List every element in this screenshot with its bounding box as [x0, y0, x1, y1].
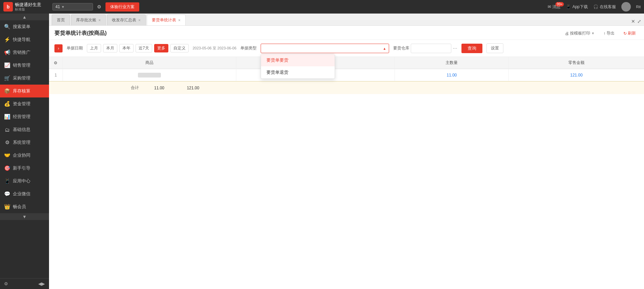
- tab-summary-close[interactable]: ×: [138, 18, 141, 23]
- tab-batch-close[interactable]: ×: [98, 18, 101, 23]
- sidebar-item-appcenter[interactable]: 📱 应用中心: [0, 175, 49, 187]
- row-quantity[interactable]: 11.00: [395, 69, 509, 81]
- tab-batch-label: 库存批次账: [76, 17, 96, 23]
- warehouse-filter: 要货仓库 ···: [393, 44, 457, 53]
- setup-button[interactable]: 设置: [486, 43, 503, 53]
- row-amount[interactable]: 121.00: [509, 69, 644, 81]
- filter-expand-btn[interactable]: ›: [54, 44, 63, 52]
- tab-summary-label: 收发存汇总表: [112, 17, 136, 23]
- table-row: 1 ████████ 块 11.00 121.00: [49, 69, 644, 81]
- date-custom-btn[interactable]: 自定义: [170, 44, 189, 52]
- trial-button[interactable]: 体验行业方案: [105, 2, 139, 12]
- messages-btn[interactable]: ✉ 消息 99+: [548, 4, 560, 10]
- app-name: 畅捷通好生意: [15, 2, 41, 7]
- sidebar-item-basic[interactable]: 🗂 基础信息: [0, 123, 49, 136]
- dropdown-order-label: 要货单要货: [266, 58, 288, 63]
- tab-batch[interactable]: 库存批次账 ×: [71, 15, 106, 25]
- export-btn[interactable]: ↑ 导出: [601, 29, 617, 38]
- sidebar-label-finance: 资金管理: [13, 101, 30, 107]
- sidebar-scroll-down[interactable]: ▼: [0, 213, 49, 220]
- tab-summary[interactable]: 收发存汇总表 ×: [107, 15, 146, 25]
- footer-label: 合计: [53, 85, 139, 91]
- date-last-month-btn[interactable]: 上月: [87, 44, 101, 52]
- tab-home[interactable]: 首页: [52, 15, 70, 25]
- refresh-icon: ↻: [623, 31, 627, 36]
- tab-close-all-icon[interactable]: ✕: [631, 19, 635, 24]
- sidebar-item-guide[interactable]: 🎯 新手引导: [0, 162, 49, 175]
- dropdown-item-return[interactable]: 要货单退货: [261, 66, 335, 79]
- query-button[interactable]: 查询: [461, 44, 482, 53]
- tab-expand-icon[interactable]: ⤢: [637, 19, 641, 24]
- sidebar-item-finance[interactable]: 💰 资金管理: [0, 97, 49, 110]
- logo-icon: b: [3, 2, 13, 12]
- sidebar-label-system: 系统管理: [13, 139, 30, 146]
- service-icon: 🎧: [593, 4, 598, 9]
- type-select-box[interactable]: [261, 44, 389, 53]
- tab-order-stat-close[interactable]: ×: [178, 18, 181, 23]
- print-template-btn[interactable]: 🖨 按模板打印 ▼: [562, 29, 597, 38]
- search-icon: 🔍: [4, 24, 10, 30]
- sidebar-item-member[interactable]: 👑 畅会员: [0, 200, 49, 213]
- settings-icon[interactable]: ⚙: [96, 3, 103, 11]
- refresh-label: 刷新: [628, 30, 636, 36]
- refresh-btn[interactable]: ↻ 刷新: [621, 29, 639, 38]
- footer-quantity: 11.00: [146, 86, 173, 90]
- enterprise-icon: 🤝: [4, 152, 10, 158]
- inventory-icon: 📦: [4, 88, 10, 94]
- date-more-btn[interactable]: 更多: [154, 44, 168, 52]
- logo-area: b 畅捷通好生意 标准版: [3, 2, 52, 12]
- sales-icon: 📈: [4, 62, 10, 68]
- user-avatar[interactable]: [621, 2, 631, 12]
- sidebar-settings-icon[interactable]: ⚙: [4, 281, 8, 286]
- sidebar-label-appcenter: 应用中心: [13, 178, 30, 184]
- logo-text: 畅捷通好生意 标准版: [15, 2, 41, 12]
- app-download-btn[interactable]: 📱 App下载: [566, 4, 588, 10]
- dropdown-item-order[interactable]: 要货单要货: [261, 54, 335, 66]
- online-service-btn[interactable]: 🎧 在线客服: [593, 4, 616, 10]
- date-this-month-btn[interactable]: 本月: [103, 44, 117, 52]
- sidebar-bottom: ⚙ ◀▶: [0, 278, 49, 289]
- type-chevron-up-icon: [383, 46, 386, 51]
- sidebar-item-inventory[interactable]: 📦 库存核算: [0, 85, 49, 97]
- sidebar-item-wechat[interactable]: 💬 企业微信: [0, 187, 49, 200]
- sidebar-scroll-up[interactable]: ▲: [0, 14, 49, 20]
- row-number: 1: [49, 69, 63, 81]
- system-icon: ⚙: [4, 139, 10, 146]
- company-selector[interactable]: 41 ▼: [52, 3, 93, 10]
- warehouse-label: 要货仓库: [393, 45, 409, 51]
- export-icon: ↑: [603, 31, 605, 36]
- sidebar-label-quicknav: 快捷导航: [13, 37, 30, 43]
- sidebar-item-purchase[interactable]: 🛒 采购管理: [0, 72, 49, 85]
- sidebar-collapse-icon[interactable]: ◀▶: [38, 281, 45, 286]
- top-header: b 畅捷通好生意 标准版 41 ▼ ⚙ 体验行业方案 ✉ 消息 99+ 📱 Ap…: [0, 0, 644, 14]
- sidebar-item-marketing[interactable]: 📢 营销推广: [0, 46, 49, 59]
- date-7days-btn[interactable]: 近7天: [136, 44, 152, 52]
- page-actions: 🖨 按模板打印 ▼ ↑ 导出 ↻ 刷新: [562, 29, 639, 38]
- date-group: 上月 本月 本年 近7天 更多 自定义: [87, 44, 189, 52]
- date-this-year-btn[interactable]: 本年: [119, 44, 134, 52]
- sidebar-item-sales[interactable]: 📈 销售管理: [0, 59, 49, 72]
- footer-amount: 121.00: [180, 86, 207, 90]
- filter-more-btn[interactable]: ···: [453, 45, 457, 51]
- sidebar-item-operation[interactable]: 📊 经营管理: [0, 110, 49, 123]
- filter-bar: › 单据日期 上月 本月 本年 近7天 更多 自定义 2023-05-06 至 …: [49, 40, 644, 57]
- sidebar-item-enterprise[interactable]: 🤝 企业协同: [0, 149, 49, 162]
- sidebar-item-system[interactable]: ⚙ 系统管理: [0, 136, 49, 149]
- page-content: 要货单统计表(按商品) 🖨 按模板打印 ▼ ↑ 导出 ↻ 刷新: [49, 26, 644, 289]
- product-name-blurred: ████████: [138, 73, 161, 77]
- warehouse-select[interactable]: [411, 44, 451, 53]
- sidebar-item-search[interactable]: 🔍 搜索菜单: [0, 20, 49, 33]
- member-icon: 👑: [4, 204, 10, 210]
- sidebar-item-quicknav[interactable]: ⚡ 快捷导航: [0, 33, 49, 46]
- col-settings[interactable]: ⚙: [49, 57, 63, 69]
- tabs-bar: 首页 库存批次账 × 收发存汇总表 × 要货单统计表 × ✕ ⤢: [49, 14, 644, 26]
- sidebar-label-marketing: 营销推广: [13, 49, 30, 55]
- print-icon: 🖨: [565, 31, 569, 36]
- tab-order-stat[interactable]: 要货单统计表 ×: [147, 15, 186, 25]
- data-table: ⚙ 商品 主计量单位 主数量 零售金额 1 ████████: [49, 57, 644, 81]
- operation-icon: 📊: [4, 114, 10, 120]
- header-right: ✉ 消息 99+ 📱 App下载 🎧 在线客服 Rit: [548, 2, 641, 12]
- table-header-row: ⚙ 商品 主计量单位 主数量 零售金额: [49, 57, 644, 69]
- header-center: 41 ▼ ⚙ 体验行业方案: [52, 2, 548, 12]
- type-label: 单据类型: [240, 45, 257, 51]
